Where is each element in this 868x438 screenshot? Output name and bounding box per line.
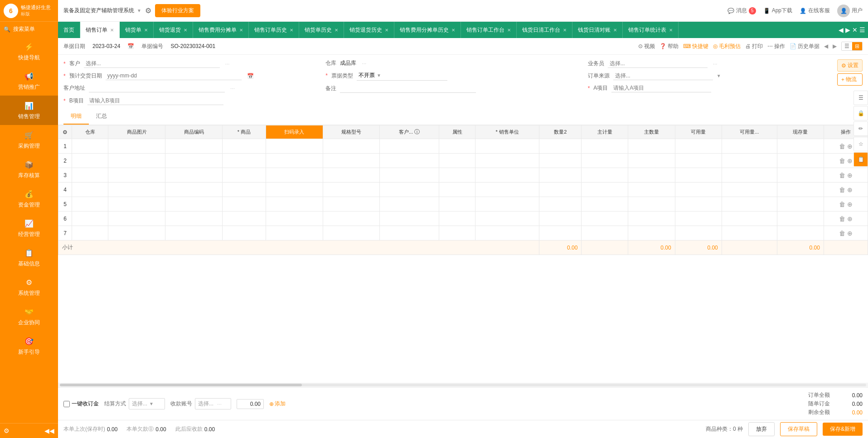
sidebar-item-basic-info[interactable]: 📋 基础信息 (0, 243, 58, 272)
tab-next-icon[interactable]: ▶ (845, 26, 850, 34)
sidebar-item-inventory[interactable]: 📦 库存核算 (0, 154, 58, 184)
copy-icon[interactable]: ⊕ (847, 143, 853, 150)
print-action[interactable]: 🖨 打印 (745, 43, 763, 50)
copy-icon[interactable]: ⊕ (847, 172, 853, 179)
system-chevron-icon[interactable]: ▼ (137, 8, 141, 13)
amount-input[interactable]: 0.00 (237, 399, 264, 409)
address-expand-icon[interactable]: ··· (230, 85, 235, 91)
tab-sales-order[interactable]: 销售订单 ✕ (80, 22, 120, 38)
sidebar-item-search[interactable]: 🔍 搜索菜单 (0, 22, 58, 37)
tab-close-icon[interactable]: ✕ (290, 28, 293, 33)
tab-close-icon[interactable]: ✕ (239, 28, 243, 33)
app-download-item[interactable]: 📱 App下载 (763, 7, 792, 14)
settings-button[interactable]: ⚙ 设置 (837, 59, 863, 72)
delete-icon[interactable]: 🗑 (839, 143, 845, 150)
tab-close-icon[interactable]: ✕ (669, 28, 673, 33)
customer-expand-icon[interactable]: ··· (225, 61, 230, 67)
sidebar-item-operations[interactable]: 📈 经营管理 (0, 213, 58, 243)
help-action[interactable]: ❓ 帮助 (659, 43, 679, 50)
ops-action[interactable]: ⋯ 操作 (767, 43, 785, 50)
view-action[interactable]: ⊙ 视频 (638, 43, 655, 50)
tab-close-icon[interactable]: ✕ (184, 28, 187, 33)
right-btn-2[interactable]: 🔒 (853, 106, 868, 120)
payment-select[interactable]: 选择... ▼ (129, 398, 165, 409)
delivery-calendar-icon[interactable]: 📅 (247, 73, 254, 79)
grid-view-btn[interactable]: ⊞ (852, 42, 862, 50)
salesperson-expand-icon[interactable]: ··· (713, 61, 718, 67)
nav-next-icon[interactable]: ▶ (833, 43, 837, 49)
copy-icon[interactable]: ⊕ (847, 215, 853, 222)
tab-close-icon[interactable]: ✕ (335, 28, 338, 33)
right-btn-3[interactable]: ✏ (853, 121, 868, 136)
delete-icon[interactable]: 🗑 (839, 230, 845, 237)
remarks-input[interactable] (340, 84, 476, 93)
list-view-btn[interactable]: ☰ (842, 42, 852, 50)
tab-detail[interactable]: 明细 (63, 109, 89, 125)
address-input[interactable] (89, 84, 225, 92)
sidebar-item-guide[interactable]: 🎯 新手引导 (0, 331, 58, 361)
a-project-input[interactable] (611, 84, 711, 92)
order-source-input[interactable] (613, 72, 713, 80)
warehouse-expand-icon[interactable]: ··· (362, 60, 366, 67)
delete-icon[interactable]: 🗑 (839, 186, 845, 193)
topbar-gear-icon[interactable]: ⚙ (145, 6, 151, 15)
message-item[interactable]: 💬 消息 5 (727, 7, 756, 14)
tab-close-icon[interactable]: ✕ (385, 28, 388, 33)
right-btn-4[interactable]: ☆ (853, 137, 868, 151)
delete-icon[interactable]: 🗑 (839, 215, 845, 222)
online-service-item[interactable]: 👤 在线客服 (800, 7, 830, 14)
col-gear[interactable]: ⚙ (58, 125, 72, 139)
profit-action[interactable]: ◎ 毛利预估 (713, 43, 741, 50)
tab-menu-icon[interactable]: ☰ (859, 26, 865, 34)
tab-cash-reconcile[interactable]: 钱货日清对账 ✕ (572, 22, 623, 38)
tab-expense-history[interactable]: 销售费用分摊单历史 ✕ (394, 22, 461, 38)
delete-icon[interactable]: 🗑 (839, 157, 845, 164)
tab-sales-return[interactable]: 销货退货 ✕ (154, 22, 193, 38)
tab-close-icon[interactable]: ✕ (507, 28, 511, 33)
sidebar-item-system[interactable]: ⚙ 系统管理 (0, 272, 58, 302)
sidebar-item-finance[interactable]: 💰 资金管理 (0, 184, 58, 213)
save-draft-button[interactable]: 保存草稿 (780, 422, 817, 436)
collapse-icon[interactable]: ◀◀ (44, 427, 54, 434)
sidebar-item-quicknav[interactable]: ⚡ 快捷导航 (0, 37, 58, 66)
tab-prev-icon[interactable]: ◀ (839, 26, 844, 34)
copy-icon[interactable]: ⊕ (847, 157, 853, 164)
solution-button[interactable]: 体验行业方案 (155, 4, 200, 17)
tab-close-icon[interactable]: ✕ (110, 28, 114, 33)
customer-input[interactable] (84, 59, 220, 68)
nav-prev-icon[interactable]: ◀ (824, 43, 828, 49)
tab-home[interactable]: 首页 (58, 22, 80, 38)
user-item[interactable]: 👤 用户 (837, 5, 863, 17)
copy-icon[interactable]: ⊕ (847, 230, 853, 237)
delete-icon[interactable]: 🗑 (839, 172, 845, 179)
tab-order-workbench[interactable]: 销售订单工作台 ✕ (461, 22, 517, 38)
right-btn-1[interactable]: ☰ (853, 91, 868, 105)
discard-button[interactable]: 放弃 (748, 422, 775, 436)
col-scan[interactable]: 扫码录入 (266, 125, 323, 139)
sidebar-item-marketing[interactable]: 📢 营销推广 (0, 66, 58, 96)
tab-sales-stats[interactable]: 销售订单统计表 ✕ (623, 22, 679, 38)
sidebar-item-enterprise[interactable]: 🤝 企业协同 (0, 302, 58, 331)
tab-close-icon[interactable]: ✕ (613, 28, 617, 33)
settings-icon[interactable]: ⚙ (4, 427, 10, 434)
salesperson-input[interactable] (608, 59, 708, 68)
account-expand-icon[interactable]: ··· (217, 401, 222, 407)
scrollbar-thumb[interactable] (60, 384, 302, 386)
tab-close-all-icon[interactable]: ✕ (852, 26, 858, 34)
copy-icon[interactable]: ⊕ (847, 186, 853, 193)
calendar-icon[interactable]: 📅 (127, 43, 134, 49)
tab-cash-workbench[interactable]: 钱货日清工作台 ✕ (517, 22, 572, 38)
account-select[interactable]: 选择... ··· (195, 398, 231, 409)
sidebar-item-sales[interactable]: 📊 销售管理 (0, 96, 58, 125)
copy-icon[interactable]: ⊕ (847, 201, 853, 208)
tab-sales-order-history[interactable]: 销售订单历史 ✕ (249, 22, 299, 38)
tab-sales-invoice[interactable]: 销货单 ✕ (120, 22, 154, 38)
table-scrollbar[interactable] (58, 383, 868, 387)
sidebar-item-purchase[interactable]: 🛒 采购管理 (0, 125, 58, 154)
delivery-input[interactable] (106, 72, 242, 80)
tab-close-icon[interactable]: ✕ (563, 28, 567, 33)
logistics-button[interactable]: + 物流 (837, 73, 863, 86)
tab-return-history[interactable]: 销货退货历史 ✕ (344, 22, 394, 38)
tab-invoice-history[interactable]: 销货单历史 ✕ (299, 22, 344, 38)
delete-icon[interactable]: 🗑 (839, 201, 845, 208)
